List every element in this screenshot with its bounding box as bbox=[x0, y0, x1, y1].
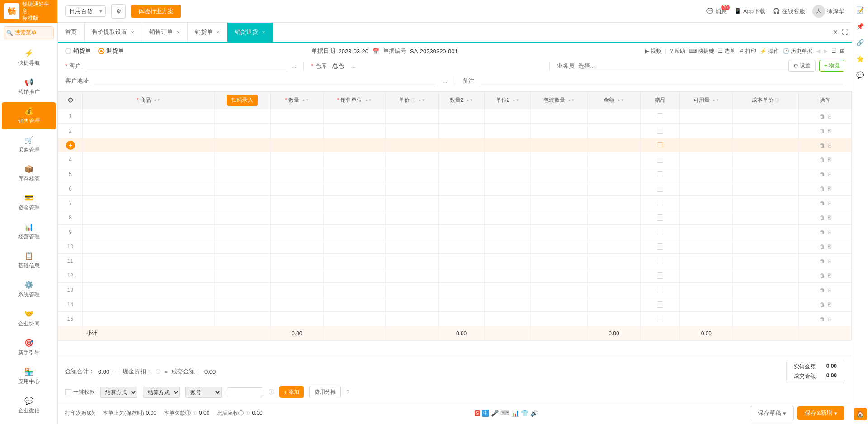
sidebar-item-member[interactable]: V 畅会员 bbox=[2, 421, 56, 424]
qty2-cell-1[interactable] bbox=[438, 109, 484, 124]
history-action[interactable]: 🕐 历史单据 bbox=[783, 48, 812, 55]
sidebar-item-marketing[interactable]: 📢 营销推广 bbox=[2, 73, 56, 100]
column-settings-icon[interactable]: ⚙ bbox=[67, 96, 74, 104]
discount-info-icon[interactable]: ⓘ bbox=[156, 368, 160, 375]
gift-checkbox-1[interactable] bbox=[644, 113, 676, 119]
gift-checkbox-2[interactable] bbox=[644, 128, 676, 134]
sidebar-item-sales[interactable]: 💰 销售管理 bbox=[2, 102, 56, 129]
cp-6[interactable]: ⎘ bbox=[828, 186, 831, 192]
gift-cb-15[interactable] bbox=[644, 316, 676, 322]
available-sort[interactable]: ▲▼ bbox=[712, 98, 719, 102]
sidebar-item-finance[interactable]: 💳 资金管理 bbox=[2, 189, 56, 216]
del-13[interactable]: 🗑 bbox=[820, 287, 825, 293]
right-panel-btn-5[interactable]: 💬 bbox=[854, 69, 867, 81]
accounting-select[interactable]: 结算方式 bbox=[100, 387, 137, 398]
unit2-sort[interactable]: ▲▼ bbox=[512, 98, 519, 102]
gift-cb-14[interactable] bbox=[644, 301, 676, 308]
del-7[interactable]: 🗑 bbox=[820, 200, 825, 206]
salesperson-input[interactable] bbox=[578, 61, 788, 71]
calendar-icon[interactable]: 📅 bbox=[372, 48, 379, 55]
pack-qty-sort[interactable]: ▲▼ bbox=[567, 98, 575, 102]
cost-price-info-icon[interactable]: ⓘ bbox=[775, 98, 779, 103]
cp-13[interactable]: ⎘ bbox=[828, 287, 831, 293]
tab-close-sale-order[interactable]: ✕ bbox=[176, 30, 180, 35]
customer-select-button[interactable]: ... bbox=[292, 63, 296, 69]
sidebar-item-shortcut[interactable]: ⚡ 快捷导航 bbox=[2, 44, 56, 71]
delete-icon-3[interactable]: 🗑 bbox=[820, 142, 825, 148]
address-input[interactable] bbox=[92, 76, 435, 86]
view-grid-toggle[interactable]: ⊞ bbox=[840, 48, 844, 54]
split-help-icon[interactable]: ? bbox=[346, 389, 349, 395]
video-action[interactable]: ▶ 视频 bbox=[645, 48, 661, 55]
save-and-new-button[interactable]: 保存&新增 ▾ bbox=[797, 406, 844, 420]
gift-cb-10[interactable] bbox=[644, 243, 676, 250]
remark-input[interactable] bbox=[478, 76, 845, 86]
unit2-cell-1[interactable] bbox=[485, 109, 531, 124]
sidebar-item-appstore[interactable]: 🏪 应用中心 bbox=[2, 363, 56, 390]
gift-cb-8[interactable] bbox=[644, 214, 676, 221]
save-draft-button[interactable]: 保存草稿 ▾ bbox=[750, 406, 794, 420]
help-action[interactable]: ? 帮助 bbox=[670, 48, 685, 55]
debt-info-icon[interactable]: ① bbox=[193, 410, 197, 416]
sale-unit-sort[interactable]: ▲▼ bbox=[365, 98, 372, 102]
operate-action[interactable]: ⚡ 操作 bbox=[760, 48, 779, 55]
gift-cb-4[interactable] bbox=[644, 157, 676, 163]
delete-icon-1[interactable]: 🗑 bbox=[820, 113, 825, 119]
right-panel-btn-3[interactable]: 🔗 bbox=[854, 36, 867, 49]
message-button[interactable]: 💬 消息 70 bbox=[706, 7, 727, 15]
topbar-gear-button[interactable]: ⚙ bbox=[111, 4, 126, 19]
cp-14[interactable]: ⎘ bbox=[828, 301, 831, 308]
product-input-3[interactable] bbox=[86, 142, 211, 148]
product-sort[interactable]: ▲▼ bbox=[153, 98, 160, 102]
gift-cb-13[interactable] bbox=[644, 287, 676, 293]
unit-price-info-icon[interactable]: ⓘ bbox=[411, 98, 415, 103]
cp-9[interactable]: ⎘ bbox=[828, 229, 831, 235]
radio-sale-return[interactable]: 退货单 bbox=[98, 47, 124, 55]
cp-12[interactable]: ⎘ bbox=[828, 272, 831, 279]
industry-dropdown[interactable]: 日用百货 bbox=[65, 5, 106, 17]
del-15[interactable]: 🗑 bbox=[820, 316, 825, 322]
amount-input[interactable] bbox=[227, 387, 263, 397]
tab-sale-return[interactable]: 销货退货 ✕ bbox=[227, 23, 273, 42]
amount-cell-1[interactable] bbox=[588, 109, 641, 124]
tab-close-sale-delivery[interactable]: ✕ bbox=[216, 30, 220, 35]
sidebar-item-enterprise[interactable]: 🤝 企业协同 bbox=[2, 305, 56, 332]
view-list-toggle[interactable]: ☰ bbox=[831, 48, 836, 54]
account-select[interactable]: 账号 bbox=[185, 387, 222, 398]
gift-cb-11[interactable] bbox=[644, 258, 676, 264]
scan-input-button[interactable]: 扫码录入 bbox=[227, 95, 258, 106]
select-action[interactable]: ☰ 选单 bbox=[718, 48, 735, 55]
logistics-button[interactable]: + 物流 bbox=[819, 60, 844, 72]
add-fee-button[interactable]: + 添加 bbox=[279, 386, 304, 398]
sidebar-item-purchase[interactable]: 🛒 采购管理 bbox=[2, 131, 56, 158]
del-12[interactable]: 🗑 bbox=[820, 272, 825, 279]
copy-icon-3[interactable]: ⎘ bbox=[828, 142, 831, 148]
warehouse-select-button[interactable]: ... bbox=[351, 63, 356, 69]
tab-home[interactable]: 首页 bbox=[58, 23, 85, 42]
app-download-button[interactable]: 📱 App下载 bbox=[734, 7, 765, 15]
gift-cb-9[interactable] bbox=[644, 229, 676, 235]
sidebar-item-operations[interactable]: 📊 经营管理 bbox=[2, 218, 56, 245]
amount-sort[interactable]: ▲▼ bbox=[617, 98, 624, 102]
user-profile-button[interactable]: 人 徐泽华 bbox=[812, 5, 844, 18]
cp-4[interactable]: ⎘ bbox=[828, 157, 831, 163]
del-9[interactable]: 🗑 bbox=[820, 229, 825, 235]
search-menu-button[interactable]: 🔍 搜索菜单 bbox=[4, 26, 54, 39]
right-panel-btn-4[interactable]: ⭐ bbox=[854, 52, 867, 65]
price-cell-1[interactable] bbox=[386, 109, 439, 124]
product-cell-3[interactable] bbox=[83, 138, 215, 152]
industry-selector[interactable]: 日用百货 bbox=[65, 5, 106, 17]
tab-close-all-button[interactable]: ✕ bbox=[833, 29, 838, 36]
del-6[interactable]: 🗑 bbox=[820, 186, 825, 192]
cp-15[interactable]: ⎘ bbox=[828, 316, 831, 322]
delete-icon-2[interactable]: 🗑 bbox=[820, 128, 825, 134]
cp-11[interactable]: ⎘ bbox=[828, 258, 831, 264]
unit-price-sort[interactable]: ▲▼ bbox=[418, 98, 425, 102]
address-select-button[interactable]: ... bbox=[443, 78, 447, 84]
copy-icon-2[interactable]: ⎘ bbox=[828, 128, 831, 134]
one-click-pay-checkbox[interactable]: 一键收款 bbox=[65, 388, 95, 396]
del-11[interactable]: 🗑 bbox=[820, 258, 825, 264]
sidebar-item-system[interactable]: ⚙️ 系统管理 bbox=[2, 276, 56, 303]
product-cell-2[interactable] bbox=[83, 124, 215, 138]
sidebar-item-basic[interactable]: 📋 基础信息 bbox=[2, 247, 56, 274]
